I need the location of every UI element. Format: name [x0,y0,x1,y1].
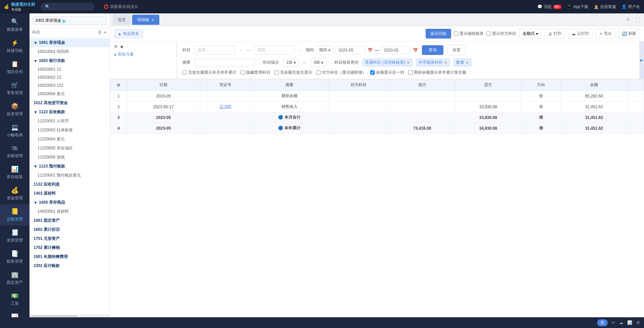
sidebar-item-finance[interactable]: 💰 资金管理 [0,183,30,204]
style-button[interactable]: 金额式 ▾ [519,29,542,39]
demo-link[interactable]: ⭕ 我要看实例演示 [104,4,138,10]
display-contra-input[interactable] [486,31,491,36]
settings-bottom-icon[interactable]: ⚙ [636,320,640,325]
checkbox-opening-balance-input[interactable] [408,70,413,75]
sidebar-item-payroll[interactable]: 💵 工资 [0,289,30,310]
cloud-bottom-icon[interactable]: ☁ [619,320,623,325]
period-calendar-icon[interactable]: 📅 [368,48,373,53]
tree-item-1701[interactable]: 1701 无形资产 [30,234,110,243]
tree-item-1002[interactable]: ▼ 1002 银行存款 [30,56,110,65]
sidebar-item-retail[interactable]: 🛒 零售管理 [0,78,30,99]
tab-detail[interactable]: 明细账 ✕ [132,15,159,25]
tree-item-1602[interactable]: 1602 累计折旧 [30,225,110,234]
checkbox-balance-column-input[interactable] [370,70,375,75]
sidebar-item-inventory[interactable]: 📊 库存核算 [0,162,30,183]
period-type-dropdown[interactable]: 期间 ▾ [316,46,333,55]
tree-item-1122[interactable]: ▼ 1122 应收账款 [30,108,110,117]
system-scheme-button[interactable]: ● 系统方案 [114,52,172,57]
tree-item-1601[interactable]: 1601 固定资产 [30,216,110,225]
checkbox-hide-disabled[interactable]: 隐藏禁用科目 [240,70,270,75]
row-voucher[interactable]: 记-006 [200,102,251,112]
tree-item-10020001[interactable]: 10020001 12 [30,65,110,73]
tree-item-1702[interactable]: 1702 累计摊销 [30,243,110,252]
expand-button[interactable]: ▲ 收起更多 [114,29,143,38]
online-service-button[interactable]: 👨‍💼 在线客服 [594,4,616,10]
display-aux-input[interactable] [454,31,458,36]
checkbox-balance-column[interactable]: 余额显示在一列 [370,70,404,75]
language-button[interactable]: 英 [597,319,608,326]
sidebar-item-wholesale[interactable]: 📦 批发管理 [0,99,30,120]
app-download-button[interactable]: 📱 App下载 [567,4,588,10]
tree-item-14050001[interactable]: 14050001 原材料 [30,207,110,216]
account-selector[interactable]: 1001 库存现金 ▶ [32,16,107,25]
sidebar-item-invoice[interactable]: 🧾 发票管理 [0,225,30,247]
message-button[interactable]: 💬 消息 99+ [537,4,561,10]
tree-item-11230001[interactable]: 11230001 预付账款黄元 [30,171,110,180]
sidebar-item-ledger[interactable]: 📒 总账管理 [0,204,30,225]
sidebar-item-purchase[interactable]: 🛍 采购管理 [0,141,30,162]
edit-icon[interactable]: ✏ [104,30,107,35]
tree-item-1405[interactable]: ▼ 1405 库存商品 [30,198,110,207]
tag-foreign-close[interactable]: ✕ [444,60,447,65]
checkbox-no-balance[interactable]: 无余额无发生显示 [274,70,312,75]
cloud-print-button[interactable]: ☁ 云打印 [568,29,593,39]
user-avatar[interactable]: 👤 用户名 [622,4,640,10]
tag-ordinary[interactable]: 普通科目 (无特殊核算) ✕ [363,59,412,66]
top-search-input[interactable] [52,4,86,9]
display-contra-checkbox[interactable]: 显示对方科目 [486,31,516,37]
checkbox-opening-balance[interactable]: 期初余额显示本年累计发生额 [408,70,466,75]
tree-item-1012[interactable]: 1012 其他货币资金 [30,99,110,108]
subject-level-start-dropdown[interactable]: 1级 ▾ [283,58,299,67]
query-button[interactable]: 查询 [422,45,443,55]
sidebar-item-project[interactable]: 📋 项目合同 [0,57,30,78]
window-maximize-button[interactable]: ⛶ [634,16,641,23]
tree-item-11220001[interactable]: 11220001 人民币 [30,117,110,126]
sidebar-item-quick[interactable]: ⚡ 快捷导航 [0,36,30,57]
right-collapse-btn[interactable]: ▶ [639,42,644,79]
print-button[interactable]: 🖨 打印 [544,29,565,39]
tree-item-11220004[interactable]: 11220004 黄元 [30,135,110,144]
tag-quantity[interactable]: 数量 ✕ [454,59,471,66]
edit-bottom-icon[interactable]: ✏ [612,320,615,325]
checkbox-contra[interactable]: 对方科目（显示辅助项） [316,70,366,75]
top-search-box[interactable]: 🔍 [41,3,94,10]
tree-item-1403[interactable]: 1403 原材料 [30,189,110,198]
sidebar-item-search[interactable]: 🔍 搜索菜单 [0,15,30,36]
tree-item-11220006[interactable]: 11220006 游戏 [30,153,110,162]
period-end-calendar-icon[interactable]: 📅 [413,48,418,53]
checkbox-no-balance-input[interactable] [274,70,279,75]
tree-item-10020002[interactable]: 10020002 23 [30,73,110,81]
tree-item-11220002[interactable]: 11220002 往来标签 [30,126,110,135]
subject-level-end-dropdown[interactable]: 6级 ▾ [311,58,327,67]
scheme-settings-icon[interactable]: ⚙ [114,44,118,49]
refresh-button[interactable]: 🔄 刷新 [618,29,640,39]
tree-item-10010001[interactable]: 10010001 同同同 [30,47,110,56]
collapse-arrow[interactable]: ◀ [120,44,123,49]
sidebar-item-ecommerce[interactable]: 💻 小畅电商 [0,120,30,141]
sidebar-item-tax[interactable]: 📑 税务管理 [0,247,30,268]
tag-ordinary-close[interactable]: ✕ [407,60,410,65]
checkbox-hide-disabled-input[interactable] [240,70,245,75]
checkbox-contra-input[interactable] [316,70,321,75]
left-panel-scrollbar[interactable] [31,315,77,317]
sidebar-item-assets[interactable]: 🏢 固定资产 [0,268,30,289]
tab-close-icon[interactable]: ✕ [151,18,154,22]
tab-home[interactable]: 首页 [113,15,131,25]
th-settings[interactable]: ⚙ [110,79,127,91]
export-button[interactable]: ↗ 导出 [595,29,615,39]
tree-item-1001[interactable]: ▼ 1001 库存现金 [30,38,110,47]
display-aux-checkbox[interactable]: 显示辅助核算 [454,31,484,37]
list-icon[interactable]: ☰ [98,30,102,35]
tree-item-11220005[interactable]: 11220005 所在地区 [30,144,110,153]
summary-filter-input[interactable] [195,59,255,67]
subject-filter-input[interactable]: 选择... [195,46,235,55]
subject-filter-input-2[interactable]: 选择... [254,46,294,55]
tree-item-1132[interactable]: 1132 应收利息 [30,180,110,189]
tree-item-1123[interactable]: ▼ 1123 预付账款 [30,162,110,171]
tree-item-1801[interactable]: 1801 长期待摊费用 [30,252,110,261]
sidebar-item-operations[interactable]: 📈 经营管理 [0,310,30,317]
checkbox-no-amount[interactable]: 无发生额显示本月本年累计 [182,70,236,75]
chart-bottom-icon[interactable]: 📊 [627,320,632,325]
tag-foreign[interactable]: 外币核算科目 ✕ [416,59,450,66]
tree-item-10020006[interactable]: 10020006 黄元 [30,89,110,99]
